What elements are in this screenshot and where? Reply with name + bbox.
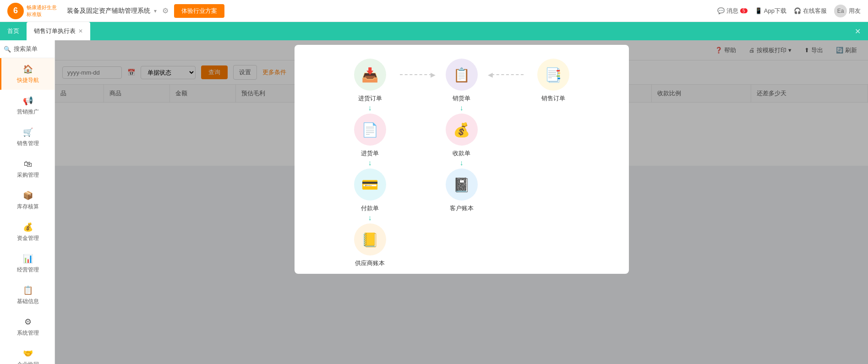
sidebar: 🔍 搜索菜单 🏠 快捷导航 📢 营销推广 🛒 销售管理 🛍 采购管理 📦 库存核… — [0, 40, 55, 364]
arrows-col-2: ◀ — [489, 59, 526, 267]
receipt-bill-circle[interactable]: 💰 — [446, 114, 478, 146]
arrow-down-1: ↓ — [368, 104, 372, 112]
purchase-bill-item[interactable]: 📄 进货单 — [343, 114, 398, 158]
far-right-col: 📑 销售订单 — [526, 59, 581, 267]
sidebar-item-operation[interactable]: 📊 经营管理 — [0, 248, 55, 279]
popup-box: 📥 进货订单 ↓ 📄 进货单 — [295, 45, 629, 274]
sales-bill-item[interactable]: 📋 销货单 — [434, 59, 489, 103]
supplier-ledger-icon: 📒 — [361, 232, 378, 248]
sidebar-item-finance[interactable]: 💰 资金管理 — [0, 216, 55, 248]
sidebar-item-marketing[interactable]: 📢 营销推广 — [0, 90, 55, 121]
system-title-area: 装备及固定资产辅助管理系统 ▾ ⚙ 体验行业方案 — [67, 4, 717, 18]
close-right-icon[interactable]: ✕ — [855, 27, 868, 36]
basicinfo-label: 基础信息 — [17, 298, 39, 305]
arrow-down-4: ↓ — [460, 104, 464, 112]
enterprise-icon: 🤝 — [22, 348, 33, 359]
online-service-item[interactable]: 🎧 在线客服 — [794, 7, 827, 15]
sidebar-item-enterprise[interactable]: 🤝 企业协同 — [0, 342, 55, 364]
sidebar-item-inventory[interactable]: 📦 库存核算 — [0, 185, 55, 216]
customer-ledger-circle[interactable]: 📓 — [446, 168, 478, 201]
tab-close-icon[interactable]: ✕ — [78, 28, 83, 34]
inventory-icon: 📦 — [22, 190, 33, 201]
sales-order-item[interactable]: 📑 销售订单 — [526, 59, 581, 103]
sales-bill-circle[interactable]: 📋 — [446, 59, 478, 91]
top-header: 6 畅康通好生意标准版 装备及固定资产辅助管理系统 ▾ ⚙ 体验行业方案 💬 消… — [0, 0, 868, 22]
logo-text: 畅康通好生意标准版 — [27, 4, 57, 17]
arrow-down-5: ↓ — [460, 159, 464, 167]
header-right: 💬 消息 5 📱 App下载 🎧 在线客服 Ea 用友 — [717, 5, 861, 17]
receipt-bill-label: 收款单 — [453, 149, 470, 158]
quick-guide-label: 快捷导航 — [17, 76, 39, 84]
purchase-bill-circle[interactable]: 📄 — [354, 114, 386, 146]
popup-overlay[interactable]: 📥 进货订单 ↓ 📄 进货单 — [55, 40, 868, 364]
tab-home[interactable]: 首页 — [0, 22, 27, 40]
purchase-icon: 🛍 — [22, 158, 33, 169]
search-icon: 🔍 — [4, 46, 11, 53]
h-arrow-1: ▶ — [400, 74, 432, 75]
payment-bill-item[interactable]: 💳 付款单 — [343, 168, 398, 212]
online-service-label: 在线客服 — [803, 7, 827, 15]
user-avatar: Ea — [834, 5, 847, 17]
purchase-order-item[interactable]: 📥 进货订单 — [343, 59, 398, 103]
purchase-label: 采购管理 — [17, 171, 39, 179]
customer-ledger-label: 客户账本 — [450, 204, 474, 212]
system-icon: ⚙ — [22, 316, 33, 327]
finance-icon: 💰 — [22, 222, 33, 233]
search-menu-label: 搜索菜单 — [14, 45, 38, 53]
dropdown-arrow-icon[interactable]: ▾ — [154, 8, 157, 14]
basicinfo-icon: 📋 — [22, 285, 33, 296]
main-layout: 🔍 搜索菜单 🏠 快捷导航 📢 营销推广 🛒 销售管理 🛍 采购管理 📦 库存核… — [0, 40, 868, 364]
system-label: 系统管理 — [17, 329, 39, 337]
tab-bar: 首页 销售订单执行表 ✕ ✕ — [0, 22, 868, 40]
content-area: ❓ 帮助 🖨 按模板打印 ▾ ⬆ 导出 🔄 刷新 📅 单据状态 — [55, 40, 868, 364]
finance-label: 资金管理 — [17, 234, 39, 242]
payment-bill-circle[interactable]: 💳 — [354, 168, 386, 201]
message-label: 消息 — [726, 7, 738, 15]
purchase-bill-label: 进货单 — [361, 149, 379, 158]
sidebar-item-basicinfo[interactable]: 📋 基础信息 — [0, 279, 55, 311]
sidebar-item-sales[interactable]: 🛒 销售管理 — [0, 121, 55, 153]
logo-area: 6 畅康通好生意标准版 — [7, 3, 62, 19]
sidebar-item-quick-guide[interactable]: 🏠 快捷导航 — [0, 58, 55, 90]
supplier-ledger-circle[interactable]: 📒 — [354, 223, 386, 255]
h-arrow-2: ◀ — [491, 74, 524, 75]
app-icon: 📱 — [755, 7, 762, 14]
left-col: 📥 进货订单 ↓ 📄 进货单 — [343, 59, 398, 267]
search-menu[interactable]: 🔍 搜索菜单 — [0, 40, 55, 58]
purchase-order-circle[interactable]: 📥 — [354, 59, 386, 91]
customer-ledger-item[interactable]: 📓 客户账本 — [434, 168, 489, 212]
receipt-bill-item[interactable]: 💰 收款单 — [434, 114, 489, 158]
supplier-ledger-label: 供应商账本 — [355, 259, 385, 267]
settings-icon[interactable]: ⚙ — [162, 6, 169, 15]
app-download-item[interactable]: 📱 App下载 — [755, 7, 786, 15]
sales-label: 销售管理 — [17, 140, 39, 147]
inventory-label: 库存核算 — [17, 203, 39, 211]
sales-bill-icon: 📋 — [453, 67, 470, 83]
app-download-label: App下载 — [764, 7, 786, 15]
user-item[interactable]: Ea 用友 — [834, 5, 861, 17]
arrow-down-2: ↓ — [368, 159, 372, 167]
purchase-order-label: 进货订单 — [358, 94, 382, 103]
enterprise-label: 企业协同 — [17, 361, 39, 364]
sales-order-circle[interactable]: 📑 — [537, 59, 569, 91]
sales-bill-label: 销货单 — [453, 94, 470, 103]
customer-ledger-icon: 📓 — [453, 177, 470, 193]
message-icon: 💬 — [717, 7, 725, 14]
operation-label: 经营管理 — [17, 266, 39, 274]
marketing-icon: 📢 — [22, 95, 33, 106]
system-title: 装备及固定资产辅助管理系统 — [67, 7, 150, 15]
supplier-ledger-item[interactable]: 📒 供应商账本 — [343, 223, 398, 267]
tab-sales-order[interactable]: 销售订单执行表 ✕ — [27, 22, 90, 40]
operation-icon: 📊 — [22, 253, 33, 264]
sales-order-icon: 📑 — [545, 67, 562, 83]
arrows-col: ▶ — [398, 59, 434, 267]
purchase-bill-icon: 📄 — [361, 122, 378, 138]
try-btn[interactable]: 体验行业方案 — [174, 4, 224, 18]
message-item[interactable]: 💬 消息 5 — [717, 7, 748, 15]
sidebar-item-system[interactable]: ⚙ 系统管理 — [0, 311, 55, 342]
payment-bill-icon: 💳 — [361, 177, 378, 193]
logo-icon: 6 — [7, 3, 24, 19]
sidebar-item-purchase[interactable]: 🛍 采购管理 — [0, 153, 55, 185]
receipt-bill-icon: 💰 — [453, 122, 470, 138]
marketing-label: 营销推广 — [17, 108, 39, 116]
